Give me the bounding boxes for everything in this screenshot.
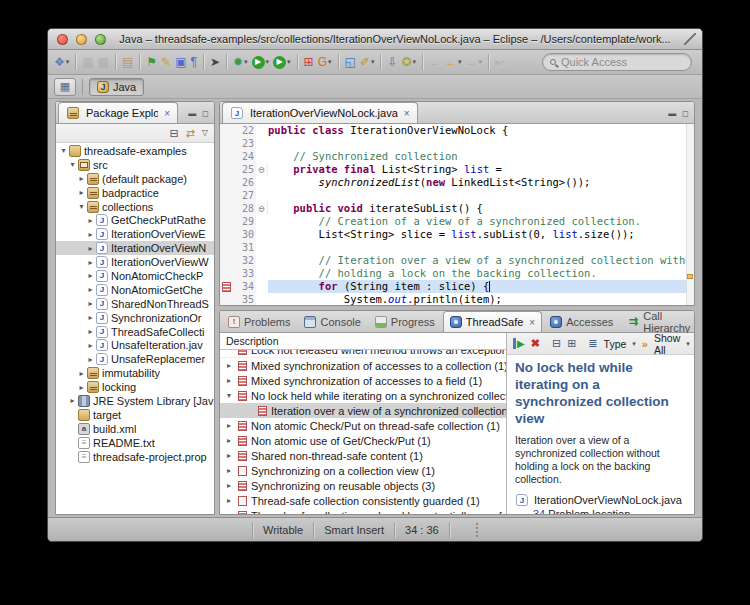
fold-collapse-icon[interactable]: ⊖: [256, 163, 268, 176]
issue-synchronizing-on-a-collection-view-1[interactable]: ▸Synchronizing on a collection view (1): [220, 463, 506, 478]
expander-icon[interactable]: ▸: [224, 361, 234, 370]
fold-collapse-icon[interactable]: ⊖: [256, 202, 268, 215]
code-line-27[interactable]: 27: [220, 189, 694, 202]
tree-item-iterationoverviewn[interactable]: ▸IterationOverViewN: [56, 241, 214, 255]
expander-icon[interactable]: ▾: [59, 146, 68, 155]
package-explorer-tab[interactable]: Package Explo ×: [58, 102, 178, 123]
run-analysis-button[interactable]: ▶: [513, 338, 525, 349]
close-threadsafe-tab-icon[interactable]: ×: [529, 317, 535, 328]
code-line-24[interactable]: 24 // Synchronized collection: [220, 150, 694, 163]
expander-icon[interactable]: ▸: [86, 341, 95, 350]
tab-threadsafe[interactable]: ThreadSafe ×: [443, 311, 542, 332]
issue-shared-non-thread-safe-content-1[interactable]: ▸Shared non-thread-safe content (1): [220, 448, 506, 463]
tree-item-default-package[interactable]: ▸(default package): [56, 172, 214, 186]
quick-access-input[interactable]: [561, 56, 671, 68]
tree-item-immutability[interactable]: ▸immutability: [56, 366, 214, 380]
tree-item-unsafereplacemer[interactable]: ▸UnsafeReplacemer: [56, 352, 214, 366]
expander-icon[interactable]: ▸: [224, 511, 234, 514]
profile-button[interactable]: ▶▾: [271, 52, 293, 72]
threadsafe-analysis-button[interactable]: ⚑: [144, 52, 159, 72]
show-all-button[interactable]: Show All: [654, 333, 680, 356]
code-line-32[interactable]: 32 // Iteration over a view of a synchro…: [220, 254, 694, 267]
tree-item-src[interactable]: ▾src: [56, 158, 214, 172]
expander-icon[interactable]: ▸: [77, 174, 86, 183]
maximize-view-button[interactable]: ◻: [202, 109, 209, 118]
delete-markers-button[interactable]: ✖: [531, 337, 540, 350]
tree-item-threadsafe-examples[interactable]: ▾threadsafe-examples: [56, 144, 214, 158]
tree-item-nonatomiccheckp[interactable]: ▸NonAtomicCheckP: [56, 269, 214, 283]
close-editor-tab-icon[interactable]: ×: [404, 108, 410, 119]
expander-icon[interactable]: ▸: [86, 299, 95, 308]
annotation-button[interactable]: ✪▾: [400, 52, 419, 72]
expander-icon[interactable]: ▸: [86, 313, 95, 322]
issue-mixed-synchronization-of-accesses-to-a-c[interactable]: ▸Mixed synchronization of accesses to a …: [220, 358, 506, 373]
show-whitespace-button[interactable]: ¶: [188, 52, 198, 72]
expander-icon[interactable]: ▸: [86, 258, 95, 267]
debug-button[interactable]: ✹▾: [231, 52, 250, 72]
quick-access[interactable]: [542, 53, 692, 71]
minimize-window-button[interactable]: [76, 34, 87, 45]
expander-icon[interactable]: ▸: [224, 376, 234, 385]
close-window-button[interactable]: [57, 34, 68, 45]
issue-lock-not-released-when-method-throws-an-[interactable]: Lock not released when method throws an …: [220, 350, 506, 357]
expander-icon[interactable]: ▸: [68, 396, 77, 405]
tree-item-iterationoverviewe[interactable]: ▸IterationOverViewE: [56, 227, 214, 241]
tab-console[interactable]: Console: [298, 311, 366, 332]
link-with-editor-button[interactable]: ⇄: [186, 128, 195, 139]
issue-mixed-synchronization-of-accesses-to-a-f[interactable]: ▸Mixed synchronization of accesses to a …: [220, 373, 506, 388]
run-button[interactable]: ▶▾: [250, 52, 272, 72]
minimize-editor-button[interactable]: ▬: [668, 109, 676, 118]
minimize-view-button[interactable]: ▬: [188, 109, 196, 118]
window-resize-icon[interactable]: [684, 33, 696, 45]
java-perspective-button[interactable]: J Java: [89, 78, 144, 96]
tab-problems[interactable]: Problems: [222, 311, 296, 332]
code-line-31[interactable]: 31: [220, 241, 694, 254]
code-line-22[interactable]: 22public class IterationOverViewNoLock {: [220, 124, 694, 137]
window-titlebar[interactable]: Java – threadsafe-examples/src/collectio…: [48, 29, 702, 50]
expander-icon[interactable]: ▸: [77, 369, 86, 378]
tree-item-locking[interactable]: ▸locking: [56, 380, 214, 394]
tree-item-synchronizationor[interactable]: ▸SynchronizationOr: [56, 311, 214, 325]
external-tools-button[interactable]: G▾: [316, 52, 334, 72]
mark-occurrences-button[interactable]: ▣: [173, 52, 188, 72]
import-button[interactable]: ⇩: [385, 52, 399, 72]
issue-non-atomic-check-put-on-thread-safe-coll[interactable]: ▸Non atomic Check/Put on thread-safe col…: [220, 418, 506, 433]
back-button[interactable]: ←▾: [443, 52, 464, 72]
expander-icon[interactable]: ▸: [86, 327, 95, 336]
code-line-33[interactable]: 33 // holding a lock on the backing coll…: [220, 267, 694, 280]
tree-item-target[interactable]: target: [56, 408, 214, 422]
expander-icon[interactable]: ▸: [224, 496, 234, 505]
close-view-icon[interactable]: ×: [164, 108, 170, 119]
collapse-all-button[interactable]: ⊟: [169, 128, 178, 139]
issue-non-atomic-use-of-get-check-put-1[interactable]: ▸Non atomic use of Get/Check/Put (1): [220, 433, 506, 448]
tree-item-badpractice[interactable]: ▸badpractice: [56, 186, 214, 200]
code-line-25[interactable]: 25⊖ private final List<String> list =: [220, 163, 694, 176]
issue-thread-safe-collection-consistently-guar[interactable]: ▸Thread-safe collection consistently gua…: [220, 493, 506, 508]
code-line-30[interactable]: 30 List<String> slice = list.subList(0, …: [220, 228, 694, 241]
expander-icon[interactable]: ▸: [86, 244, 95, 253]
maximize-editor-button[interactable]: ◻: [682, 109, 689, 118]
tree-item-build-xml[interactable]: build.xml: [56, 422, 214, 436]
view-menu-button[interactable]: ▽: [202, 129, 208, 137]
open-perspective-button[interactable]: ▦: [54, 78, 76, 96]
group-by-type-button[interactable]: Type: [604, 338, 627, 350]
open-resource-button[interactable]: ◱: [343, 52, 358, 72]
code-line-35[interactable]: 35 System.out.println(item);: [220, 293, 694, 306]
expander-icon[interactable]: ▾: [77, 202, 86, 211]
tree-item-readme-txt[interactable]: README.txt: [56, 436, 214, 450]
code-line-34[interactable]: 34 for (String item : slice) {: [220, 280, 694, 293]
tree-item-getcheckputrathe[interactable]: ▸GetCheckPutRathe: [56, 213, 214, 227]
expand-all-button[interactable]: ⊞: [567, 337, 576, 350]
editor-tab[interactable]: IterationOverViewNoLock.java ×: [222, 102, 418, 123]
expander-icon[interactable]: ▸: [86, 355, 95, 364]
expander-icon[interactable]: ▸: [77, 383, 86, 392]
zoom-window-button[interactable]: [95, 34, 106, 45]
issue-thread-safe-collection-replaced-by-poten[interactable]: ▸Thread-safe collection replaced by pote…: [220, 508, 506, 514]
expander-icon[interactable]: ▸: [77, 188, 86, 197]
problem-location-link[interactable]: 34: [533, 508, 545, 514]
expander-icon[interactable]: ▸: [224, 436, 234, 445]
tree-item-threadsafe-project-prop[interactable]: threadsafe-project.prop: [56, 450, 214, 464]
code-line-29[interactable]: 29 // Creation of a view of a synchroniz…: [220, 215, 694, 228]
expander-icon[interactable]: ▸: [224, 451, 234, 460]
code-editor[interactable]: 22public class IterationOverViewNoLock {…: [220, 124, 694, 305]
